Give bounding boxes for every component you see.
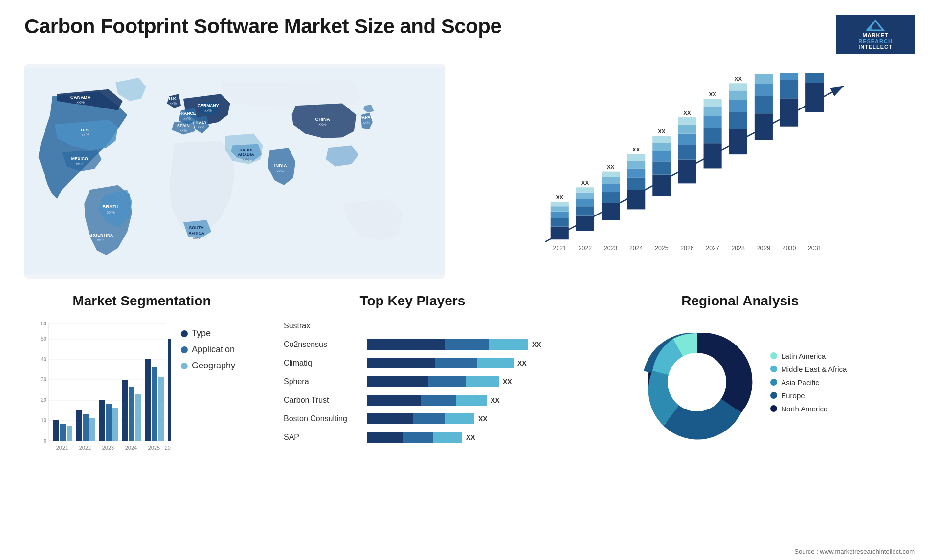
svg-text:FRANCE: FRANCE xyxy=(179,111,196,116)
logo-box: MARKET RESEARCH INTELLECT xyxy=(836,15,915,54)
label-middle-east: Middle East & Africa xyxy=(781,365,847,373)
svg-rect-59 xyxy=(627,154,645,160)
world-map-svg: CANADA xx% U.S. xx% MEXICO xx% BRAZIL xx… xyxy=(24,64,445,279)
svg-text:30: 30 xyxy=(41,376,46,382)
svg-text:xx%: xx% xyxy=(277,169,285,173)
svg-rect-56 xyxy=(627,178,645,190)
svg-rect-43 xyxy=(576,216,594,231)
player-sphera: Sphera xyxy=(284,374,359,389)
svg-rect-95 xyxy=(805,73,824,83)
regional-chart: Latin America Middle East & Africa Asia … xyxy=(576,319,905,446)
svg-rect-83 xyxy=(729,83,747,90)
svg-rect-134 xyxy=(135,394,141,441)
bar-chart-container: XX XX XX XX xyxy=(465,64,915,279)
svg-rect-87 xyxy=(755,84,773,96)
bar-sap-inner xyxy=(367,432,462,443)
svg-rect-75 xyxy=(704,116,722,128)
legend-geo-dot xyxy=(181,363,188,369)
svg-rect-50 xyxy=(602,192,620,203)
svg-rect-64 xyxy=(652,143,671,151)
svg-text:60: 60 xyxy=(41,321,46,326)
dot-asia-pacific xyxy=(770,379,777,386)
bar-mid-seg xyxy=(445,339,489,350)
legend-type-label: Type xyxy=(192,328,211,339)
svg-text:50: 50 xyxy=(41,336,46,342)
svg-text:40: 40 xyxy=(41,356,46,362)
svg-text:2021: 2021 xyxy=(553,245,567,252)
svg-rect-77 xyxy=(704,99,722,107)
svg-rect-51 xyxy=(602,184,620,192)
svg-text:10: 10 xyxy=(41,417,46,423)
label-north-america: North America xyxy=(781,405,827,413)
label-asia-pacific: Asia Pacific xyxy=(781,378,819,387)
world-map-container: CANADA xx% U.S. xx% MEXICO xx% BRAZIL xx… xyxy=(24,64,445,279)
svg-text:JAPAN: JAPAN xyxy=(359,115,374,120)
bar-ct-inner xyxy=(367,395,487,406)
svg-text:xx%: xx% xyxy=(76,162,84,166)
key-players-title: Top Key Players xyxy=(284,293,541,309)
svg-text:xx%: xx% xyxy=(243,157,250,162)
svg-text:CANADA: CANADA xyxy=(70,94,90,100)
legend-north-america: North America xyxy=(770,405,847,413)
svg-rect-131 xyxy=(112,408,118,441)
player-sustrax: Sustrax xyxy=(284,319,359,333)
svg-rect-47 xyxy=(576,187,594,193)
svg-rect-67 xyxy=(678,160,696,184)
seg-chart-area: 0 10 20 30 40 50 60 xyxy=(34,319,249,467)
page-title: Carbon Footprint Software Market Size an… xyxy=(24,15,501,38)
legend-type: Type xyxy=(181,328,249,339)
svg-text:XX: XX xyxy=(556,194,564,200)
svg-text:SOUTH: SOUTH xyxy=(189,225,204,230)
player-boston-consulting: Boston Consulting xyxy=(284,411,359,426)
svg-text:XX: XX xyxy=(658,129,666,134)
svg-text:2026: 2026 xyxy=(680,245,694,252)
player-names-col: Sustrax Co2nsensus Climatiq Sphera Carbo… xyxy=(284,319,359,445)
svg-rect-57 xyxy=(627,168,645,177)
svg-rect-73 xyxy=(704,143,722,168)
svg-rect-40 xyxy=(551,206,569,212)
legend-middle-east: Middle East & Africa xyxy=(770,365,847,373)
svg-rect-137 xyxy=(158,377,164,441)
svg-point-146 xyxy=(668,353,726,411)
bar-chart-svg: XX XX XX XX xyxy=(484,73,905,259)
svg-text:xx%: xx% xyxy=(77,100,85,105)
svg-marker-1 xyxy=(866,22,873,30)
svg-rect-74 xyxy=(704,128,722,143)
dot-middle-east xyxy=(770,366,777,372)
svg-text:2023: 2023 xyxy=(102,445,114,451)
logo-area: MARKET RESEARCH INTELLECT xyxy=(836,15,915,54)
bar-light-seg xyxy=(489,339,528,350)
bar-dark-seg xyxy=(367,339,445,350)
svg-text:U.K.: U.K. xyxy=(169,96,177,101)
svg-rect-79 xyxy=(729,129,747,154)
bar-sphera: XX xyxy=(367,374,541,389)
svg-rect-92 xyxy=(780,73,798,80)
bar-co2nsensus: XX xyxy=(367,337,541,352)
legend-application: Application xyxy=(181,345,249,355)
svg-rect-88 xyxy=(755,74,773,84)
svg-text:xx%: xx% xyxy=(183,116,191,121)
svg-text:xx%: xx% xyxy=(363,120,370,125)
svg-rect-69 xyxy=(678,134,696,145)
svg-text:XX: XX xyxy=(683,110,691,116)
player-carbon-trust: Carbon Trust xyxy=(284,393,359,408)
label-europe: Europe xyxy=(781,391,805,400)
svg-rect-124 xyxy=(60,424,66,441)
source-text: Source : www.marketresearchintellect.com xyxy=(794,548,915,555)
bar-carbon-trust: XX xyxy=(367,393,541,408)
svg-rect-71 xyxy=(678,117,696,125)
svg-rect-132 xyxy=(122,380,128,441)
svg-text:2024: 2024 xyxy=(125,445,137,451)
legend-type-dot xyxy=(181,330,188,337)
bar-sustrax xyxy=(367,319,541,333)
players-list: Sustrax Co2nsensus Climatiq Sphera Carbo… xyxy=(284,319,541,445)
svg-text:2029: 2029 xyxy=(757,245,771,252)
svg-text:2030: 2030 xyxy=(782,245,796,252)
legend-asia-pacific: Asia Pacific xyxy=(770,378,847,387)
svg-text:2023: 2023 xyxy=(604,245,618,252)
legend-app-label: Application xyxy=(192,345,235,355)
segmentation-container: Market Segmentation 0 xyxy=(24,288,259,503)
svg-rect-55 xyxy=(627,190,645,210)
svg-rect-81 xyxy=(729,100,747,112)
svg-text:2025: 2025 xyxy=(148,445,160,451)
